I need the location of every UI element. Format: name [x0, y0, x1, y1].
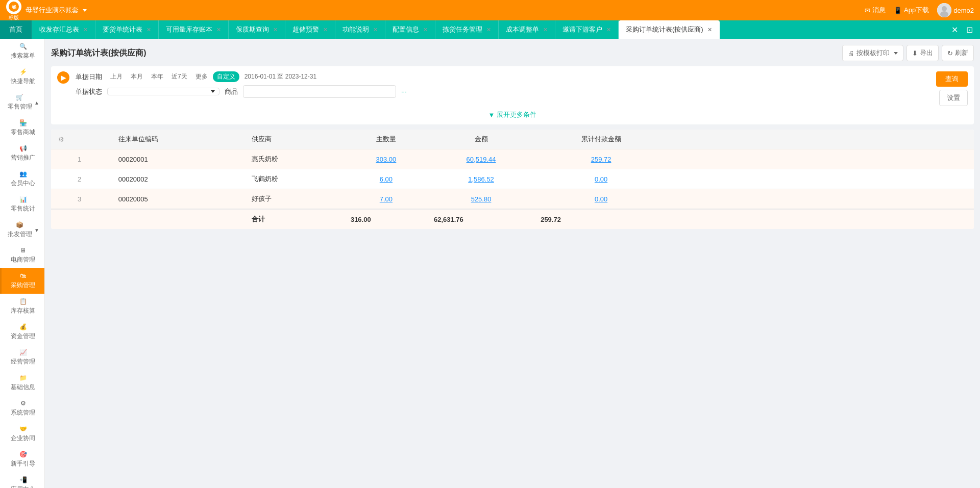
filter-toggle-button[interactable]: ▶	[57, 71, 69, 84]
sidebar-item-yingxiao[interactable]: 📢 营销推广	[0, 141, 44, 166]
td-qty[interactable]: 7.00	[345, 189, 428, 210]
status-select[interactable]	[107, 88, 219, 95]
retail-icon: 🛒	[16, 94, 23, 101]
collab-icon: 🤝	[19, 425, 27, 432]
tab-close-icon[interactable]: ✕	[216, 27, 221, 33]
tab-close-icon[interactable]: ✕	[486, 27, 491, 33]
tab-close-icon[interactable]: ✕	[543, 27, 548, 33]
tab-shoufahuizongtable[interactable]: 收发存汇总表 ✕	[32, 20, 95, 39]
sidebar-item-yingyong[interactable]: 📲 应用中心	[0, 472, 44, 488]
td-paid[interactable]: 0.00	[534, 169, 668, 189]
tab-close-icon[interactable]: ✕	[83, 27, 88, 33]
td-paid[interactable]: 259.72	[534, 149, 668, 169]
download-icon: 📱	[894, 7, 902, 14]
query-button[interactable]: 查询	[936, 71, 968, 87]
td-partner-code: 00020005	[112, 189, 246, 210]
tab-close-icon[interactable]: ✕	[373, 27, 378, 33]
date-btn-7days[interactable]: 近7天	[168, 71, 190, 82]
sidebar-item-caigou[interactable]: 🛍 采购管理	[0, 268, 44, 294]
template-print-button[interactable]: 🖨 按模板打印	[842, 45, 903, 61]
th-qty: 主数量	[345, 130, 428, 149]
td-qty[interactable]: 6.00	[345, 169, 428, 189]
filter-top-row: ▶ 单据日期 上月 本月 本年 近7天 更多 自定义	[57, 71, 968, 106]
tab-close-icon[interactable]: ✕	[707, 27, 712, 33]
tab-keyongliang[interactable]: 可用量库存账本 ✕	[159, 20, 229, 39]
sidebar-item-sousuo[interactable]: 🔍 搜索菜单	[0, 39, 44, 64]
sidebar-item-pifa[interactable]: 📦 批发管理 ▼	[0, 217, 44, 243]
sidebar-item-lingtongji[interactable]: 📊 零售统计	[0, 192, 44, 217]
expand-more-button[interactable]: ▼ 展开更多条件	[488, 110, 537, 119]
tab-home-label: 首页	[9, 25, 22, 34]
sidebar-item-dianshang[interactable]: 🖥 电商管理	[0, 243, 44, 268]
date-custom-badge[interactable]: 自定义	[213, 71, 239, 82]
tab-baozhiqi[interactable]: 保质期查询 ✕	[229, 20, 285, 39]
tab-close-icon[interactable]: ✕	[423, 27, 428, 33]
workspace-select[interactable]: 母婴行业演示账套	[26, 6, 87, 15]
date-btn-last-month[interactable]: 上月	[107, 71, 126, 82]
export-button[interactable]: ⬇ 导出	[906, 45, 939, 61]
purchase-icon: 🛍	[20, 272, 26, 279]
settings-icon: ⚙	[20, 400, 26, 407]
tab-caigou-active[interactable]: 采购订单统计表(按供应商) ✕	[619, 20, 720, 39]
td-settings	[51, 189, 71, 210]
tab-close-icon[interactable]: ✕	[323, 27, 328, 33]
search-icon: 🔍	[19, 43, 27, 50]
sidebar-item-kucun[interactable]: 📋 库存核算	[0, 294, 44, 319]
sidebar-item-jingying[interactable]: 📈 经营管理	[0, 345, 44, 370]
sidebar-item-xinshou[interactable]: 🎯 新手引导	[0, 447, 44, 472]
tab-gongneng[interactable]: 功能说明 ✕	[335, 20, 385, 39]
tab-yaohuo[interactable]: 要货单统计表 ✕	[95, 20, 159, 39]
message-btn[interactable]: ✉ 消息	[865, 6, 886, 15]
tab-chengben[interactable]: 成本调整单 ✕	[499, 20, 555, 39]
sidebar-item-label: 快捷导航	[11, 77, 35, 86]
app-download-btn[interactable]: 📱 App下载	[894, 6, 929, 15]
td-amount[interactable]: 525.80	[428, 189, 534, 210]
tab-yaoqing[interactable]: 邀请下游客户 ✕	[555, 20, 619, 39]
logo-icon: 畅	[6, 0, 21, 14]
sidebar-item-lingshangcheng[interactable]: 🏪 零售商城	[0, 115, 44, 141]
td-amount[interactable]: 60,519.44	[428, 149, 534, 169]
sidebar-item-zijin[interactable]: 💰 资金管理	[0, 319, 44, 345]
td-paid[interactable]: 0.00	[534, 189, 668, 210]
members-icon: 👥	[19, 170, 27, 177]
column-settings-icon[interactable]: ⚙	[58, 136, 64, 143]
sidebar-item-lingshou[interactable]: 🛒 零售管理 ▲	[0, 90, 44, 115]
nav-maximize-btn[interactable]: ⊡	[963, 24, 976, 36]
workspace-name: 母婴行业演示账套	[26, 6, 79, 15]
tab-close-icon[interactable]: ✕	[273, 27, 278, 33]
nav-close-btn[interactable]: ✕	[948, 24, 961, 36]
page-title-bar: 采购订单统计表(按供应商) 🖨 按模板打印 ⬇ 导出 ↻ 刷新	[51, 45, 974, 61]
tab-home[interactable]: 首页	[0, 20, 32, 39]
sidebar-item-xitong[interactable]: ⚙ 系统管理	[0, 396, 44, 421]
refresh-button[interactable]: ↻ 刷新	[942, 45, 974, 61]
sidebar-item-huiyuan[interactable]: 👥 会员中心	[0, 166, 44, 192]
sidebar-item-jichu[interactable]: 📁 基础信息	[0, 370, 44, 396]
date-btn-more[interactable]: 更多	[192, 71, 211, 82]
goods-input[interactable]	[243, 85, 396, 98]
top-bar-left: 畅 标版 母婴行业演示账套	[6, 0, 87, 21]
page-action-bar: 🖨 按模板打印 ⬇ 导出 ↻ 刷新	[842, 45, 974, 61]
chevron-up-icon: ▲	[34, 100, 39, 106]
sidebar-item-qiye[interactable]: 🤝 企业协同	[0, 421, 44, 447]
td-settings	[51, 149, 71, 169]
tab-peizhi[interactable]: 配置信息 ✕	[385, 20, 435, 39]
tab-close-icon[interactable]: ✕	[606, 27, 611, 33]
sidebar-item-label: 零售管理	[8, 102, 32, 111]
footer-label: 合计	[246, 209, 345, 229]
tab-paihuo[interactable]: 拣货任务管理 ✕	[435, 20, 499, 39]
user-menu[interactable]: demo2	[937, 3, 974, 17]
btn-refresh-label: 刷新	[955, 48, 968, 58]
sidebar-item-kuaijie[interactable]: ⚡ 快捷导航	[0, 64, 44, 90]
date-btn-this-year[interactable]: 本年	[148, 71, 166, 82]
td-qty[interactable]: 303.00	[345, 149, 428, 169]
goods-more-btn[interactable]: ···	[401, 88, 407, 95]
chevron-down-icon: ▼	[488, 111, 495, 119]
settings-button[interactable]: 设置	[939, 90, 968, 106]
td-amount[interactable]: 1,586.52	[428, 169, 534, 189]
tab-chaocuyujing[interactable]: 超储预警 ✕	[285, 20, 335, 39]
date-btn-this-month[interactable]: 本月	[128, 71, 146, 82]
tab-close-icon[interactable]: ✕	[146, 27, 151, 33]
tab-label: 邀请下游客户	[562, 25, 602, 34]
footer-amount: 62,631.76	[428, 209, 534, 229]
filter-expand: ▼ 展开更多条件	[57, 110, 968, 119]
